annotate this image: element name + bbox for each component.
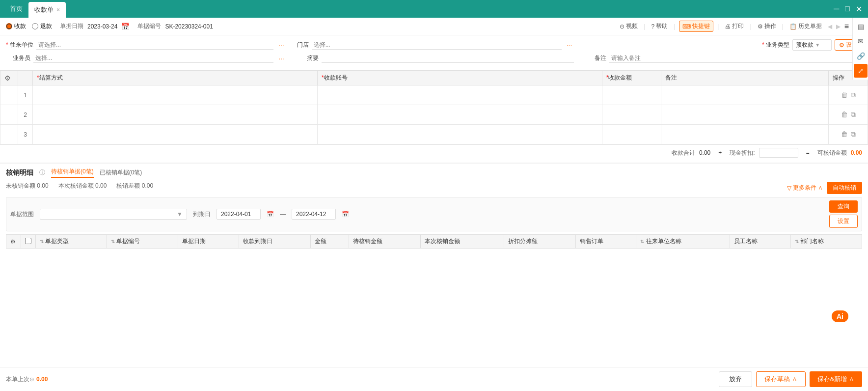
filter-set-btn[interactable]: 设置 — [829, 215, 858, 228]
row2-settle[interactable] — [33, 105, 318, 125]
calendar-to-icon[interactable]: 📅 — [342, 211, 349, 218]
nav-receipt[interactable]: 收款单 × — [28, 2, 66, 18]
reconcile-title: 核销明细 — [6, 168, 33, 177]
reconcile-header: 核销明细 ⓘ 待核销单据(0笔) 已核销单据(0笔) — [6, 168, 862, 178]
row2-amount[interactable] — [602, 105, 661, 125]
receipt-radio[interactable]: 收款 — [6, 22, 26, 30]
list-icon[interactable]: ≡ — [844, 22, 849, 31]
bottom-gear-icon[interactable]: ⚙ — [10, 238, 16, 245]
date-to-input[interactable] — [292, 209, 336, 220]
receipt-type-group: 收款 退款 — [6, 22, 52, 30]
abandon-button[interactable]: 放弃 — [719, 371, 752, 387]
sidebar-link-icon[interactable]: 🔗 — [854, 49, 868, 63]
discount-input[interactable] — [759, 148, 798, 158]
partner-sort-icon[interactable]: ⇅ — [640, 239, 644, 244]
nav-home[interactable]: 首页 — [4, 0, 28, 18]
row3-delete-icon[interactable]: 🗑 — [841, 130, 848, 139]
pending-tab[interactable]: 待核销单据(0笔) — [51, 168, 94, 178]
sidebar-mail-icon[interactable]: ✉ — [854, 34, 868, 48]
balance-label: 本单上次⊙ — [6, 375, 34, 384]
nav-right-icon[interactable]: ▶ — [836, 23, 841, 30]
row1-settle[interactable] — [33, 85, 318, 105]
doc-no-sort-icon[interactable]: ⇅ — [111, 239, 115, 244]
row2-copy-icon[interactable]: ⧉ — [851, 111, 856, 119]
sidebar-expand-icon[interactable]: ⤢ — [854, 64, 868, 78]
history-btn[interactable]: 📋 历史单据 — [787, 21, 824, 31]
footer-left: 本单上次⊙ 0.00 — [6, 375, 48, 384]
partner-label: 往来单位 — [6, 41, 33, 49]
store-more-btn[interactable]: ··· — [565, 41, 574, 49]
salesperson-more-btn[interactable]: ··· — [276, 55, 286, 62]
query-btn[interactable]: 查询 — [829, 200, 858, 213]
maximize-icon[interactable]: □ — [843, 3, 852, 14]
row1-delete-icon[interactable]: 🗑 — [841, 91, 848, 99]
summary-row: 收款合计 0.00 + 现金折扣: = 可核销金额 0.00 — [0, 144, 868, 161]
store-input[interactable] — [312, 40, 562, 50]
row1-copy-icon[interactable]: ⧉ — [851, 91, 856, 99]
row2-account[interactable] — [317, 105, 602, 125]
range-select[interactable]: ▼ — [40, 209, 187, 220]
row3-amount[interactable] — [602, 125, 661, 144]
table-gear-icon[interactable]: ⚙ — [4, 74, 11, 82]
ai-label[interactable]: Ai — [832, 310, 848, 322]
row1-notes[interactable] — [661, 85, 828, 105]
save-draft-button[interactable]: 保存草稿 ∧ — [756, 371, 806, 387]
doc-type-col: ⇅ 单据类型 — [36, 235, 107, 249]
row3-settle[interactable] — [33, 125, 318, 144]
row1-amount[interactable] — [602, 85, 661, 105]
date-calendar-icon[interactable]: 📅 — [121, 23, 130, 30]
save-new-button[interactable]: 保存&新增 ∧ — [810, 371, 862, 387]
select-all-checkbox[interactable] — [25, 238, 31, 244]
business-type-select[interactable]: 预收款 ▼ — [792, 39, 832, 51]
partner-more-btn[interactable]: ··· — [276, 41, 286, 49]
print-btn[interactable]: 🖨 打印 — [723, 21, 746, 31]
close-tab-icon[interactable]: × — [56, 6, 60, 13]
range-label: 单据范围 — [10, 210, 34, 219]
done-tab[interactable]: 已核销单据(0笔) — [100, 168, 142, 177]
row2-delete-icon[interactable]: 🗑 — [841, 111, 848, 119]
refund-radio[interactable]: 退款 — [32, 22, 52, 30]
sidebar-table-icon[interactable]: ▤ — [854, 20, 868, 33]
amount-col: 金额 — [311, 235, 349, 249]
remarks-label: 备注 — [582, 54, 606, 62]
minimize-icon[interactable]: ─ — [832, 3, 841, 14]
stat1-value: 0.00 — [95, 182, 107, 189]
memo-label: 摘要 — [294, 54, 319, 62]
total-value: 0.00 — [699, 149, 710, 156]
row3-num: 3 — [18, 125, 33, 144]
settings-col-header[interactable]: ⚙ — [0, 71, 18, 85]
operation-btn[interactable]: ⚙ 操作 — [756, 21, 778, 31]
more-conditions-btn[interactable]: ▽ 更多条件 ∧ — [787, 184, 823, 192]
calendar-from-icon[interactable]: 📅 — [267, 211, 274, 218]
row2-notes[interactable] — [661, 105, 828, 125]
toolbar-right: ⊙ 视频 | ? 帮助 | ⌨ 快捷键 | 🖨 打印 | ⚙ 操作 | 📋 历史… — [618, 21, 862, 32]
close-window-icon[interactable]: ✕ — [854, 3, 864, 15]
balance-value: 0.00 — [36, 376, 48, 383]
remarks-input[interactable] — [609, 54, 862, 63]
row3-notes[interactable] — [661, 125, 828, 144]
row1-settings — [0, 85, 18, 105]
doc-type-sort-icon[interactable]: ⇅ — [40, 239, 44, 244]
video-btn[interactable]: ⊙ 视频 — [618, 21, 640, 31]
doc-no-value: SK-20230324-001 — [165, 23, 213, 30]
dept-sort-icon[interactable]: ⇅ — [795, 239, 799, 244]
row3-copy-icon[interactable]: ⧉ — [851, 130, 856, 139]
row1-account[interactable] — [317, 85, 602, 105]
reconcile-help-icon[interactable]: ⓘ — [39, 168, 45, 177]
receipt-table-container: ⚙ *结算方式 *收款账号 *收款金额 备注 操作 — [0, 70, 868, 144]
auto-reconcile-btn[interactable]: 自动核销 — [827, 182, 862, 194]
remarks-field: 备注 — [582, 54, 862, 63]
memo-input[interactable] — [322, 54, 574, 63]
salesperson-input[interactable] — [33, 54, 273, 63]
shortcut-btn[interactable]: ⌨ 快捷键 — [679, 21, 713, 32]
main-area: 收款 退款 单据日期 2023-03-24 📅 单据编号 SK-20230324… — [0, 18, 868, 391]
salesperson-label: 业务员 — [6, 54, 30, 62]
help-btn[interactable]: ? 帮助 — [649, 21, 670, 31]
bottom-gear-col[interactable]: ⚙ — [6, 235, 21, 249]
date-from-input[interactable] — [217, 209, 261, 220]
form-row-2: 业务员 ··· 摘要 备注 — [6, 54, 862, 63]
partner-input[interactable] — [36, 40, 273, 50]
stats-row: 未核销金额 0.00 本次核销金额 0.00 核销差额 0.00 ▽ 更多条件 … — [6, 182, 862, 194]
row3-account[interactable] — [317, 125, 602, 144]
nav-left-icon[interactable]: ◀ — [828, 23, 832, 30]
